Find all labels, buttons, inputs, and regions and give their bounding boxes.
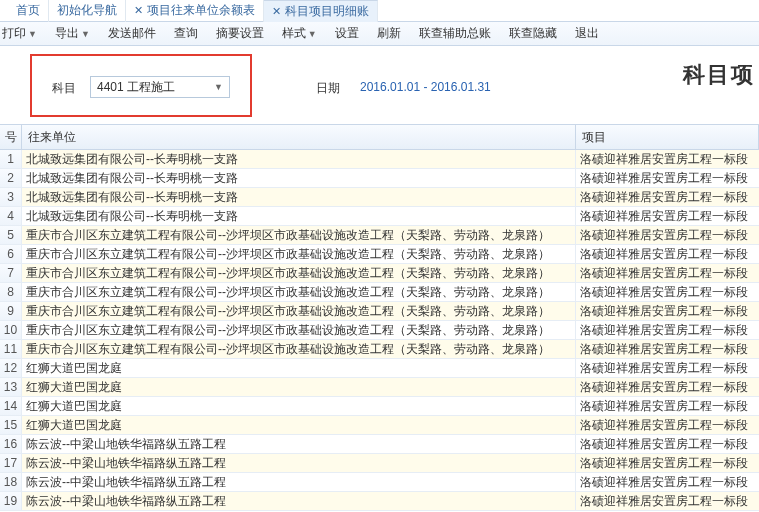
filters-area: 科目 4401 工程施工 ▼ 日期 2016.01.01 - 2016.01.3… xyxy=(0,46,759,124)
tab-0[interactable]: 首页 xyxy=(8,0,49,22)
chevron-down-icon: ▼ xyxy=(214,82,223,92)
cell-project: 洛碛迎祥雅居安置房工程一标段 xyxy=(576,359,759,377)
cell-unit: 红狮大道巴国龙庭 xyxy=(22,416,576,434)
table-row[interactable]: 2北城致远集团有限公司--长寿明桃一支路洛碛迎祥雅居安置房工程一标段 xyxy=(0,169,759,188)
cell-seq: 3 xyxy=(0,188,22,206)
table-row[interactable]: 15红狮大道巴国龙庭洛碛迎祥雅居安置房工程一标段 xyxy=(0,416,759,435)
cell-project: 洛碛迎祥雅居安置房工程一标段 xyxy=(576,188,759,206)
cell-unit: 重庆市合川区东立建筑工程有限公司--沙坪坝区市政基础设施改造工程（天梨路、劳动路… xyxy=(22,283,576,301)
cell-seq: 7 xyxy=(0,264,22,282)
cell-seq: 9 xyxy=(0,302,22,320)
cell-project: 洛碛迎祥雅居安置房工程一标段 xyxy=(576,302,759,320)
cell-seq: 12 xyxy=(0,359,22,377)
table-row[interactable]: 10重庆市合川区东立建筑工程有限公司--沙坪坝区市政基础设施改造工程（天梨路、劳… xyxy=(0,321,759,340)
table-row[interactable]: 19陈云波--中梁山地铁华福路纵五路工程洛碛迎祥雅居安置房工程一标段 xyxy=(0,492,759,511)
table-row[interactable]: 13红狮大道巴国龙庭洛碛迎祥雅居安置房工程一标段 xyxy=(0,378,759,397)
toolbar-item-5[interactable]: 样式▼ xyxy=(282,25,317,42)
cell-seq: 14 xyxy=(0,397,22,415)
table-row[interactable]: 3北城致远集团有限公司--长寿明桃一支路洛碛迎祥雅居安置房工程一标段 xyxy=(0,188,759,207)
cell-project: 洛碛迎祥雅居安置房工程一标段 xyxy=(576,245,759,263)
close-icon[interactable]: ✕ xyxy=(272,6,281,17)
tab-label: 首页 xyxy=(16,2,40,19)
toolbar-label: 设置 xyxy=(335,25,359,42)
table-row[interactable]: 1北城致远集团有限公司--长寿明桃一支路洛碛迎祥雅居安置房工程一标段 xyxy=(0,150,759,169)
table-row[interactable]: 7重庆市合川区东立建筑工程有限公司--沙坪坝区市政基础设施改造工程（天梨路、劳动… xyxy=(0,264,759,283)
cell-unit: 重庆市合川区东立建筑工程有限公司--沙坪坝区市政基础设施改造工程（天梨路、劳动路… xyxy=(22,264,576,282)
cell-unit: 红狮大道巴国龙庭 xyxy=(22,359,576,377)
toolbar-label: 联查隐藏 xyxy=(509,25,557,42)
toolbar-item-9[interactable]: 联查隐藏 xyxy=(509,25,557,42)
toolbar-item-6[interactable]: 设置 xyxy=(335,25,359,42)
cell-unit: 重庆市合川区东立建筑工程有限公司--沙坪坝区市政基础设施改造工程（天梨路、劳动路… xyxy=(22,226,576,244)
toolbar-label: 退出 xyxy=(575,25,599,42)
col-header-project[interactable]: 项目 xyxy=(576,125,759,149)
tab-3[interactable]: ✕科目项目明细账 xyxy=(264,0,378,22)
cell-project: 洛碛迎祥雅居安置房工程一标段 xyxy=(576,169,759,187)
cell-seq: 11 xyxy=(0,340,22,358)
cell-project: 洛碛迎祥雅居安置房工程一标段 xyxy=(576,378,759,396)
table-row[interactable]: 18陈云波--中梁山地铁华福路纵五路工程洛碛迎祥雅居安置房工程一标段 xyxy=(0,473,759,492)
cell-project: 洛碛迎祥雅居安置房工程一标段 xyxy=(576,283,759,301)
toolbar-item-8[interactable]: 联查辅助总账 xyxy=(419,25,491,42)
table-row[interactable]: 9重庆市合川区东立建筑工程有限公司--沙坪坝区市政基础设施改造工程（天梨路、劳动… xyxy=(0,302,759,321)
cell-unit: 陈云波--中梁山地铁华福路纵五路工程 xyxy=(22,473,576,491)
toolbar-label: 导出 xyxy=(55,25,79,42)
subject-value: 4401 工程施工 xyxy=(97,79,175,96)
tab-1[interactable]: 初始化导航 xyxy=(49,0,126,22)
cell-unit: 重庆市合川区东立建筑工程有限公司--沙坪坝区市政基础设施改造工程（天梨路、劳动路… xyxy=(22,245,576,263)
toolbar: 打印▼导出▼发送邮件查询摘要设置样式▼设置刷新联查辅助总账联查隐藏退出 xyxy=(0,22,759,46)
subject-select[interactable]: 4401 工程施工 ▼ xyxy=(90,76,230,98)
date-label: 日期 xyxy=(316,80,340,97)
toolbar-item-7[interactable]: 刷新 xyxy=(377,25,401,42)
cell-unit: 北城致远集团有限公司--长寿明桃一支路 xyxy=(22,169,576,187)
table-row[interactable]: 8重庆市合川区东立建筑工程有限公司--沙坪坝区市政基础设施改造工程（天梨路、劳动… xyxy=(0,283,759,302)
cell-project: 洛碛迎祥雅居安置房工程一标段 xyxy=(576,435,759,453)
close-icon[interactable]: ✕ xyxy=(134,5,143,16)
table-row[interactable]: 17陈云波--中梁山地铁华福路纵五路工程洛碛迎祥雅居安置房工程一标段 xyxy=(0,454,759,473)
toolbar-item-1[interactable]: 导出▼ xyxy=(55,25,90,42)
grid-header: 号 往来单位 项目 xyxy=(0,124,759,150)
cell-project: 洛碛迎祥雅居安置房工程一标段 xyxy=(576,454,759,472)
toolbar-label: 样式 xyxy=(282,25,306,42)
table-row[interactable]: 4北城致远集团有限公司--长寿明桃一支路洛碛迎祥雅居安置房工程一标段 xyxy=(0,207,759,226)
cell-seq: 4 xyxy=(0,207,22,225)
cell-seq: 17 xyxy=(0,454,22,472)
cell-project: 洛碛迎祥雅居安置房工程一标段 xyxy=(576,321,759,339)
toolbar-item-10[interactable]: 退出 xyxy=(575,25,599,42)
toolbar-item-0[interactable]: 打印▼ xyxy=(2,25,37,42)
date-range-value: 2016.01.01 - 2016.01.31 xyxy=(360,80,491,94)
cell-seq: 16 xyxy=(0,435,22,453)
page-title: 科目项 xyxy=(683,60,755,90)
toolbar-label: 刷新 xyxy=(377,25,401,42)
tab-label: 初始化导航 xyxy=(57,2,117,19)
toolbar-item-4[interactable]: 摘要设置 xyxy=(216,25,264,42)
table-row[interactable]: 12红狮大道巴国龙庭洛碛迎祥雅居安置房工程一标段 xyxy=(0,359,759,378)
toolbar-item-3[interactable]: 查询 xyxy=(174,25,198,42)
cell-seq: 13 xyxy=(0,378,22,396)
cell-seq: 15 xyxy=(0,416,22,434)
cell-project: 洛碛迎祥雅居安置房工程一标段 xyxy=(576,416,759,434)
chevron-down-icon: ▼ xyxy=(308,29,317,39)
table-row[interactable]: 16陈云波--中梁山地铁华福路纵五路工程洛碛迎祥雅居安置房工程一标段 xyxy=(0,435,759,454)
cell-seq: 19 xyxy=(0,492,22,510)
table-row[interactable]: 5重庆市合川区东立建筑工程有限公司--沙坪坝区市政基础设施改造工程（天梨路、劳动… xyxy=(0,226,759,245)
toolbar-label: 打印 xyxy=(2,25,26,42)
toolbar-label: 查询 xyxy=(174,25,198,42)
toolbar-label: 发送邮件 xyxy=(108,25,156,42)
cell-unit: 重庆市合川区东立建筑工程有限公司--沙坪坝区市政基础设施改造工程（天梨路、劳动路… xyxy=(22,302,576,320)
table-row[interactable]: 6重庆市合川区东立建筑工程有限公司--沙坪坝区市政基础设施改造工程（天梨路、劳动… xyxy=(0,245,759,264)
col-header-unit[interactable]: 往来单位 xyxy=(22,125,576,149)
cell-unit: 重庆市合川区东立建筑工程有限公司--沙坪坝区市政基础设施改造工程（天梨路、劳动路… xyxy=(22,340,576,358)
cell-seq: 18 xyxy=(0,473,22,491)
toolbar-item-2[interactable]: 发送邮件 xyxy=(108,25,156,42)
subject-label: 科目 xyxy=(52,80,76,97)
table-row[interactable]: 14红狮大道巴国龙庭洛碛迎祥雅居安置房工程一标段 xyxy=(0,397,759,416)
grid-body[interactable]: 1北城致远集团有限公司--长寿明桃一支路洛碛迎祥雅居安置房工程一标段2北城致远集… xyxy=(0,150,759,512)
cell-project: 洛碛迎祥雅居安置房工程一标段 xyxy=(576,340,759,358)
col-header-seq[interactable]: 号 xyxy=(0,125,22,149)
cell-unit: 陈云波--中梁山地铁华福路纵五路工程 xyxy=(22,454,576,472)
toolbar-label: 摘要设置 xyxy=(216,25,264,42)
tab-2[interactable]: ✕项目往来单位余额表 xyxy=(126,0,264,22)
table-row[interactable]: 11重庆市合川区东立建筑工程有限公司--沙坪坝区市政基础设施改造工程（天梨路、劳… xyxy=(0,340,759,359)
cell-unit: 陈云波--中梁山地铁华福路纵五路工程 xyxy=(22,492,576,510)
